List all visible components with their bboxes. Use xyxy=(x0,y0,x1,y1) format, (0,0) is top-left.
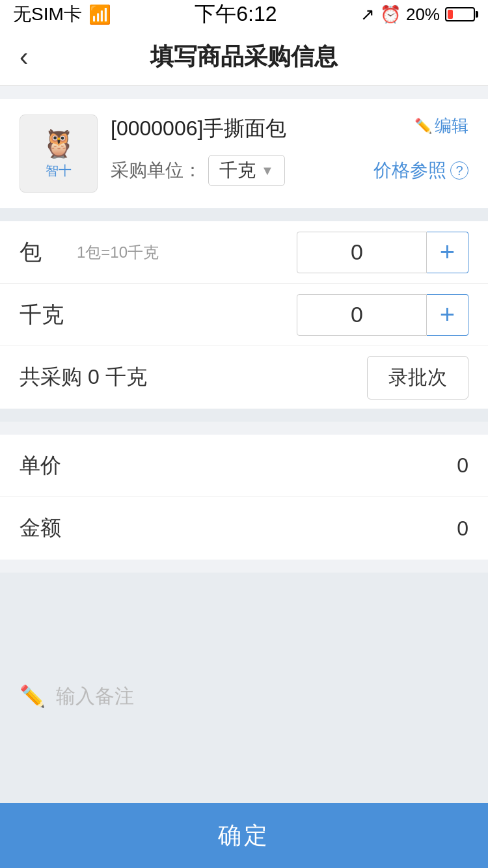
unit-price-row: 单价 0 xyxy=(0,435,488,497)
kg-input-group: + xyxy=(297,294,468,336)
edit-button[interactable]: ✏️ 编辑 xyxy=(414,115,468,137)
status-time: 下午6:12 xyxy=(195,0,277,29)
batch-record-button[interactable]: 录批次 xyxy=(367,356,468,400)
amount-value: 0 xyxy=(457,517,468,541)
bag-label: 包 xyxy=(20,237,72,267)
amount-label: 金额 xyxy=(20,514,61,543)
unit-price-value: 0 xyxy=(457,454,468,478)
status-bar: 无SIM卡 📶 下午6:12 ↗ ⏰ 20% xyxy=(0,0,488,29)
product-info: [0000006]手撕面包 ✏️ 编辑 采购单位： 千克 ▼ 价格参照 ? xyxy=(111,115,468,186)
kg-quantity-input[interactable] xyxy=(297,294,427,336)
bag-sublabel: 1包=10千克 xyxy=(77,242,159,263)
remark-placeholder: 输入备注 xyxy=(56,683,134,710)
kg-plus-button[interactable]: + xyxy=(427,294,468,336)
wifi-icon: 📶 xyxy=(88,4,111,25)
remark-section[interactable]: ✏️ 输入备注 xyxy=(0,573,488,820)
bag-input-row: 包 1包=10千克 + xyxy=(0,221,488,284)
section-divider-2 xyxy=(0,409,488,422)
product-name: [0000006]手撕面包 xyxy=(111,115,286,143)
back-button[interactable]: ‹ xyxy=(20,36,41,78)
bag-quantity-input[interactable] xyxy=(297,232,427,273)
total-text: 共采购 0 千克 xyxy=(20,363,147,392)
battery-icon xyxy=(445,7,475,21)
status-right: ↗ ⏰ 20% xyxy=(360,5,475,25)
total-value: 0 xyxy=(88,365,100,388)
bag-plus-button[interactable]: + xyxy=(427,232,468,273)
alarm-icon: ⏰ xyxy=(380,5,401,25)
unit-dropdown-arrow: ▼ xyxy=(261,163,274,178)
confirm-button[interactable]: 确定 xyxy=(0,803,488,868)
unit-row-left: 采购单位： 千克 ▼ xyxy=(111,155,285,186)
product-logo-icon: 🦉 xyxy=(42,128,75,159)
unit-selector[interactable]: 千克 ▼ xyxy=(208,155,285,186)
amount-row: 金额 0 xyxy=(0,497,488,560)
page-title: 填写商品采购信息 xyxy=(150,41,338,73)
kg-input-row: 千克 + xyxy=(0,284,488,346)
status-left: 无SIM卡 📶 xyxy=(13,2,111,27)
pencil-icon: ✏️ xyxy=(20,684,46,709)
bag-input-group: + xyxy=(297,232,468,273)
battery-label: 20% xyxy=(406,5,440,25)
nav-bar: ‹ 填写商品采购信息 xyxy=(0,29,488,86)
unit-label: 采购单位： xyxy=(111,158,202,183)
product-thumbnail: 🦉 智十 xyxy=(20,115,98,193)
help-icon: ? xyxy=(450,161,468,180)
product-card: 🦉 智十 [0000006]手撕面包 ✏️ 编辑 采购单位： 千克 ▼ 价格参照 xyxy=(0,99,488,208)
unit-price-label: 单价 xyxy=(20,452,61,480)
price-reference-button[interactable]: 价格参照 ? xyxy=(373,158,468,183)
price-info-section: 单价 0 金额 0 xyxy=(0,435,488,560)
carrier-label: 无SIM卡 xyxy=(13,2,82,27)
location-icon: ↗ xyxy=(360,5,375,25)
kg-label: 千克 xyxy=(20,300,72,330)
input-section: 包 1包=10千克 + 千克 + xyxy=(0,221,488,346)
total-row: 共采购 0 千克 录批次 xyxy=(0,346,488,409)
section-divider-1 xyxy=(0,208,488,221)
product-thumb-text: 智十 xyxy=(46,162,72,180)
unit-value: 千克 xyxy=(219,158,256,183)
